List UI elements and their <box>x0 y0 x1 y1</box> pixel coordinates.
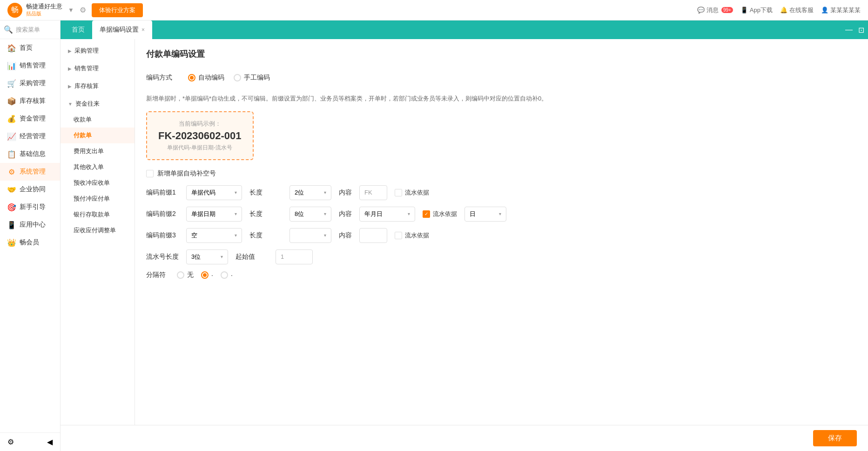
auto-fill-checkbox[interactable] <box>146 170 154 177</box>
message-label: 消息 <box>707 6 719 14</box>
prefix3-label: 编码前缀3 <box>146 231 179 240</box>
purchase-icon: 🛒 <box>7 79 16 88</box>
sidebar-label-system: 系统管理 <box>20 168 46 176</box>
start-value-input[interactable]: 1 <box>276 249 313 264</box>
search-menu[interactable]: 🔍 搜索菜单 <box>0 20 60 39</box>
manual-radio-item[interactable]: 手工编码 <box>234 74 270 82</box>
sidebar-item-purchase[interactable]: 🛒 采购管理 <box>0 74 60 92</box>
sidebar-item-sales[interactable]: 📊 销售管理 <box>0 57 60 74</box>
length2-chevron: ▾ <box>324 211 326 216</box>
tab-maximize-icon[interactable]: ⊡ <box>858 26 864 34</box>
message-item[interactable]: 💬 消息 99+ <box>697 6 733 14</box>
manual-radio-dot[interactable] <box>234 74 241 81</box>
operation-icon: 📈 <box>7 132 16 141</box>
tab-home[interactable]: 首页 <box>64 20 92 39</box>
prefix2-chevron: ▾ <box>235 211 237 216</box>
left-nav-item-bank[interactable]: 银行存取款单 <box>61 207 135 222</box>
start-value: 1 <box>281 253 284 260</box>
length3-select[interactable]: ▾ <box>289 228 331 243</box>
sidebar-bottom: ⚙ ◀ <box>0 432 60 451</box>
sidebar-item-basic[interactable]: 📋 基础信息 <box>0 145 60 163</box>
left-nav-inventory-title[interactable]: ▶ 库存核算 <box>61 78 135 94</box>
sidebar-label-appcenter: 应用中心 <box>20 221 46 229</box>
search-icon: 🔍 <box>4 25 13 34</box>
sidebar-item-home[interactable]: 🏠 首页 <box>0 39 60 57</box>
length1-select[interactable]: 2位 ▾ <box>289 185 331 200</box>
sidebar-item-inventory[interactable]: 📦 库存核算 <box>0 92 60 110</box>
settings-bottom-icon[interactable]: ⚙ <box>7 438 14 446</box>
left-nav-item-adjustment[interactable]: 应收应付调整单 <box>61 222 135 238</box>
left-nav-sales-title[interactable]: ▶ 销售管理 <box>61 61 135 76</box>
sidebar-item-enterprise[interactable]: 🤝 企业协同 <box>0 181 60 198</box>
auto-radio-dot[interactable] <box>188 74 195 81</box>
basic-icon: 📋 <box>7 150 16 158</box>
left-nav-purchase-label: 采购管理 <box>74 47 99 55</box>
sep-dash-item[interactable]: · <box>201 271 213 279</box>
sidebar-item-operation[interactable]: 📈 经营管理 <box>0 128 60 145</box>
sales-icon: 📊 <box>7 61 16 70</box>
auto-radio-item[interactable]: 自动编码 <box>188 74 224 82</box>
page-content: ▶ 采购管理 ▶ 销售管理 ▶ 库存核算 <box>61 39 868 425</box>
prefix1-select[interactable]: 单据代码 ▾ <box>186 185 242 200</box>
waterfall2-unit-select[interactable]: 日 ▾ <box>464 207 506 222</box>
encoding-mode-radio-group: 编码方式 自动编码 手工编码 <box>146 69 857 87</box>
content2-select[interactable]: 年月日 ▾ <box>359 207 415 222</box>
sep-dot-item[interactable]: · <box>221 271 233 279</box>
prefix2-select[interactable]: 单据日期 ▾ <box>186 207 242 222</box>
logo-icon: 畅 <box>7 3 22 18</box>
preview-box: 当前编码示例： FK-20230602-001 单据代码-单据日期-流水号 <box>146 111 254 160</box>
waterfall1-checkbox[interactable] <box>395 189 402 196</box>
topbar-gear-icon[interactable]: ⚙ <box>80 6 86 14</box>
sidebar-label-sales: 销售管理 <box>20 61 46 70</box>
waterfall3-checkbox[interactable] <box>395 232 402 239</box>
trial-button[interactable]: 体验行业方案 <box>92 3 143 17</box>
left-nav-item-other-income[interactable]: 其他收入单 <box>61 159 135 175</box>
preview-code: FK-20230602-001 <box>158 130 242 142</box>
sidebar-item-system[interactable]: ⚙ 系统管理 <box>0 163 60 181</box>
serial-length-select[interactable]: 3位 ▾ <box>186 249 228 264</box>
sidebar-label-enterprise: 企业协同 <box>20 185 46 194</box>
arrow-icon: ▶ <box>68 48 72 54</box>
topbar-right: 💬 消息 99+ 📱 App下载 🔔 在线客服 👤 某某某某某 <box>697 6 861 14</box>
sep-none-item[interactable]: 无 <box>177 271 194 279</box>
sidebar-item-member[interactable]: 👑 畅会员 <box>0 234 60 251</box>
waterfall2-label: 流水依据 <box>433 210 457 218</box>
tab-close-icon[interactable]: × <box>141 27 145 33</box>
sidebar-item-guide[interactable]: 🎯 新手引导 <box>0 198 60 216</box>
collapse-icon[interactable]: ◀ <box>47 438 53 446</box>
left-nav-item-prepay-pay[interactable]: 预付冲应付单 <box>61 191 135 207</box>
sidebar-item-appcenter[interactable]: 📱 应用中心 <box>0 216 60 234</box>
user-item[interactable]: 👤 某某某某某 <box>821 6 861 14</box>
waterfall1-label: 流水依据 <box>405 188 429 197</box>
tab-minimize-icon[interactable]: — <box>845 26 853 34</box>
sep-none-label: 无 <box>187 271 194 279</box>
app-download-item[interactable]: 📱 App下载 <box>740 6 773 14</box>
length2-select[interactable]: 8位 ▾ <box>289 207 331 222</box>
online-service-item[interactable]: 🔔 在线客服 <box>780 6 814 14</box>
left-nav-group-inventory: ▶ 库存核算 <box>61 78 135 94</box>
prefix3-select[interactable]: 空 ▾ <box>186 228 242 243</box>
logo-subtitle: 括品版 <box>26 10 62 17</box>
length3-label: 长度 <box>249 231 282 240</box>
topbar-nav[interactable]: ▼ <box>68 7 74 13</box>
left-nav-item-prepay-recv[interactable]: 预收冲应收单 <box>61 175 135 191</box>
tab-active-label: 单据编码设置 <box>100 26 139 34</box>
sidebar-label-guide: 新手引导 <box>20 203 46 211</box>
sep-none-dot[interactable] <box>177 271 184 279</box>
logo-title: 畅捷通好生意 <box>26 3 62 10</box>
sidebar-item-finance[interactable]: 💰 资金管理 <box>0 110 60 128</box>
left-nav-item-payment[interactable]: 付款单 <box>61 128 135 143</box>
waterfall2-checkbox[interactable]: ✓ <box>423 210 430 218</box>
save-button[interactable]: 保存 <box>813 430 857 446</box>
tab-encoding-settings[interactable]: 单据编码设置 × <box>92 20 152 39</box>
left-nav-capital-title[interactable]: ▼ 资金往来 <box>61 96 135 112</box>
left-nav-group-capital: ▼ 资金往来 收款单 付款单 费用支出单 其他收入单 预收冲应收单 预付冲应付单… <box>61 96 135 238</box>
left-nav-purchase-title[interactable]: ▶ 采购管理 <box>61 43 135 59</box>
left-nav-item-expense[interactable]: 费用支出单 <box>61 143 135 159</box>
nav-arrow-icon[interactable]: ▼ <box>68 7 74 13</box>
sidebar-label-home: 首页 <box>20 44 33 52</box>
content2-label: 内容 <box>339 210 352 218</box>
left-nav-item-receipt[interactable]: 收款单 <box>61 112 135 128</box>
sep-dot-dot[interactable] <box>221 271 228 279</box>
sep-dash-dot[interactable] <box>201 271 209 279</box>
